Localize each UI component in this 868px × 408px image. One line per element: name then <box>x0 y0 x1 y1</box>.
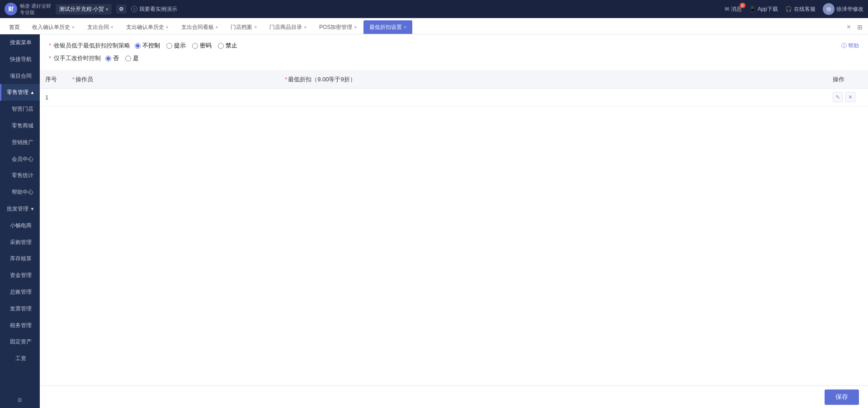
cell-min-discount <box>279 89 827 106</box>
sidebar-item-general-ledger[interactable]: 总账管理 <box>0 284 40 300</box>
topbar-right: ✉ 消息 8 📱 App下载 🎧 在线客服 徐 徐泽华修改 <box>725 3 863 15</box>
sidebar-item-purchase-mgmt[interactable]: 采购管理 <box>0 234 40 251</box>
customer-service-label: 在线客服 <box>794 5 816 13</box>
chevron-up-icon: ▲ <box>30 90 35 95</box>
sidebar-item-quick-nav[interactable]: 快捷导航 <box>0 51 40 68</box>
avatar: 徐 <box>823 3 835 15</box>
form-section: * 收银员低于最低折扣控制策略 不控制 提示 <box>40 34 868 71</box>
tab-pos-password-close[interactable]: × <box>354 25 357 30</box>
sidebar-item-capital-mgmt[interactable]: 资金管理 <box>0 267 40 284</box>
sidebar-item-invoice-mgmt[interactable]: 发票管理 <box>0 300 40 317</box>
cell-seq: 1 <box>40 89 67 106</box>
discount-forbid-option[interactable]: 禁止 <box>218 42 237 50</box>
headset-icon: 🎧 <box>785 6 792 12</box>
edit-row-button[interactable]: ✎ <box>833 92 843 102</box>
discount-control-label: * 收银员低于最低折扣控制策略 <box>49 42 130 50</box>
col-header-action: 操作 <box>827 71 868 89</box>
tab-payment-contract-board-close[interactable]: × <box>216 25 218 30</box>
sidebar-item-retail-mall[interactable]: 零售商城 <box>0 117 40 134</box>
tab-min-discount[interactable]: 最低折扣设置 × <box>363 20 412 34</box>
sidebar-item-fixed-assets[interactable]: 固定资产 <box>0 333 40 350</box>
tab-income-history-label: 收入确认单历史 <box>32 23 70 31</box>
user-profile-button[interactable]: 徐 徐泽华修改 <box>823 3 863 15</box>
app-logo: 财 畅捷·通好业财 专业版 <box>5 3 51 16</box>
demo-label: 我要看实例演示 <box>139 5 177 13</box>
delete-icon: ✕ <box>848 94 853 100</box>
table-header-row: 序号 *操作员 *最低折扣（9.00等于9折） 操作 <box>40 71 868 89</box>
discount-password-radio[interactable] <box>192 43 198 49</box>
discount-table: 序号 *操作员 *最低折扣（9.00等于9折） 操作 <box>40 71 868 106</box>
manual-price-label: * 仅手工改价时控制 <box>49 54 101 62</box>
chevron-down-icon: ▾ <box>106 7 108 12</box>
tab-income-history-close[interactable]: × <box>72 25 75 30</box>
discount-forbid-radio[interactable] <box>218 43 224 49</box>
cell-action: ✎ ✕ <box>827 89 868 106</box>
bottom-bar: 保存 <box>40 385 868 408</box>
tab-store-file[interactable]: 门店档案 × <box>225 20 263 34</box>
table-row: 1 ✎ ✕ <box>40 89 868 106</box>
table-wrapper: 序号 *操作员 *最低折扣（9.00等于9折） 操作 <box>40 71 868 385</box>
tab-pos-password[interactable]: POS加密管理 × <box>313 20 363 34</box>
tab-payment-contract-label: 支出合同 <box>87 23 109 31</box>
sidebar-item-marketing[interactable]: 营销推广 <box>0 134 40 151</box>
customer-service-button[interactable]: 🎧 在线客服 <box>785 5 816 13</box>
sidebar-item-help-center[interactable]: 帮助中心 <box>0 184 40 201</box>
message-button[interactable]: ✉ 消息 8 <box>725 5 742 13</box>
tab-more-button[interactable]: ⊞ <box>855 23 864 32</box>
tab-close-all-button[interactable]: × <box>845 22 853 32</box>
app-download-button[interactable]: 📱 App下载 <box>749 5 778 13</box>
tab-payment-contract-close[interactable]: × <box>111 25 113 30</box>
sidebar-item-project-contract[interactable]: 项目合同 <box>0 68 40 84</box>
discount-password-option[interactable]: 密码 <box>192 42 212 50</box>
sidebar-item-ecommerce[interactable]: 小畅电商 <box>0 217 40 234</box>
tab-payment-confirm-history[interactable]: 支出确认单历史 × <box>120 20 175 34</box>
tab-payment-contract-board[interactable]: 支出合同看板 × <box>175 20 224 34</box>
help-button[interactable]: ⓘ 帮助 <box>841 42 859 50</box>
col-header-seq: 序号 <box>40 71 67 89</box>
user-name: 徐泽华修改 <box>836 5 863 13</box>
sidebar-item-retail-stats[interactable]: 零售统计 <box>0 167 40 184</box>
sidebar-item-smart-store[interactable]: 智营门店 <box>0 101 40 117</box>
tab-store-product-catalog-close[interactable]: × <box>304 25 307 30</box>
sidebar-settings-button[interactable]: ⚙ <box>0 392 40 408</box>
manual-price-yes-option[interactable]: 是 <box>125 54 139 62</box>
demo-button[interactable]: ○ 我要看实例演示 <box>131 5 177 13</box>
discount-no-control-radio[interactable] <box>135 43 141 49</box>
manual-price-yes-radio[interactable] <box>125 56 131 61</box>
sidebar-item-retail-mgmt[interactable]: 零售管理 ▲ <box>0 84 40 101</box>
message-icon: ✉ <box>725 6 729 12</box>
discount-remind-option[interactable]: 提示 <box>166 42 186 50</box>
content-area: * 收银员低于最低折扣控制策略 不控制 提示 <box>40 34 868 408</box>
topbar: 财 畅捷·通好业财 专业版 测试分开充程·小贸 ▾ ⚙ ○ 我要看实例演示 ✉ … <box>0 0 868 18</box>
discount-no-control-option[interactable]: 不控制 <box>135 42 160 50</box>
discount-remind-radio[interactable] <box>166 43 172 49</box>
sidebar-item-inventory[interactable]: 库存核算 <box>0 250 40 267</box>
tab-income-history[interactable]: 收入确认单历史 × <box>26 20 80 34</box>
tab-payment-contract[interactable]: 支出合同 × <box>81 20 119 34</box>
tabbar: 首页 收入确认单历史 × 支出合同 × 支出确认单历史 × 支出合同看板 × 门… <box>0 18 868 34</box>
logo-text: 畅捷·通好业财 专业版 <box>20 3 51 16</box>
manual-price-no-radio[interactable] <box>105 56 111 61</box>
manual-price-no-option[interactable]: 否 <box>105 54 119 62</box>
sidebar-item-tax-mgmt[interactable]: 税务管理 <box>0 317 40 334</box>
sidebar: 搜索菜单 快捷导航 项目合同 零售管理 ▲ 智营门店 零售商城 营销推广 会员中… <box>0 34 40 408</box>
tab-payment-confirm-history-label: 支出确认单历史 <box>126 23 164 31</box>
sidebar-item-search[interactable]: 搜索菜单 <box>0 34 40 51</box>
tab-store-product-catalog[interactable]: 门店商品目录 × <box>264 20 312 34</box>
logo-icon: 财 <box>5 3 17 15</box>
tab-store-file-close[interactable]: × <box>254 25 257 30</box>
project-selector[interactable]: 测试分开充程·小贸 ▾ <box>56 4 112 14</box>
cell-operator <box>67 89 279 106</box>
tab-pos-password-label: POS加密管理 <box>319 23 352 31</box>
save-button[interactable]: 保存 <box>825 389 859 405</box>
tabbar-actions: × ⊞ <box>845 22 864 34</box>
tab-payment-confirm-history-close[interactable]: × <box>166 25 169 30</box>
tab-home[interactable]: 首页 <box>4 21 25 34</box>
sidebar-item-salary[interactable]: 工资 <box>0 350 40 367</box>
tab-min-discount-close[interactable]: × <box>404 25 406 30</box>
sidebar-item-member-center[interactable]: 会员中心 <box>0 151 40 168</box>
app-download-label: App下载 <box>758 5 778 13</box>
settings-button[interactable]: ⚙ <box>116 5 127 14</box>
delete-row-button[interactable]: ✕ <box>845 92 855 102</box>
sidebar-item-batch-mgmt[interactable]: 批发管理 ▼ <box>0 201 40 217</box>
